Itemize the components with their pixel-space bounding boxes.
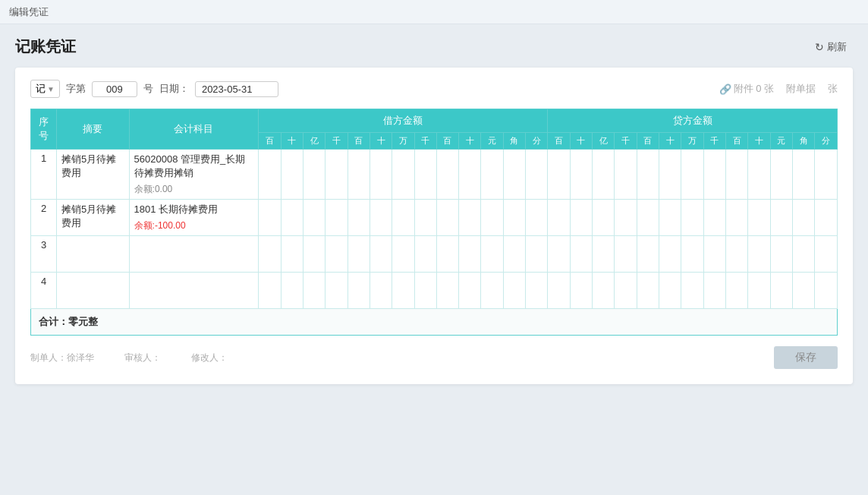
credit-cell-r3-c10[interactable] — [770, 236, 792, 273]
credit-cell-r2-c11[interactable] — [793, 200, 815, 236]
debit-cell-r1-c2[interactable] — [303, 150, 325, 200]
debit-cell-r2-c7[interactable] — [414, 200, 436, 236]
credit-cell-r4-c6[interactable] — [681, 273, 703, 309]
debit-cell-r1-c0[interactable] — [259, 150, 281, 200]
debit-cell-r1-c3[interactable] — [326, 150, 348, 200]
credit-cell-r1-c3[interactable] — [615, 150, 637, 200]
debit-cell-r3-c2[interactable] — [303, 236, 325, 273]
debit-cell-r4-c10[interactable] — [481, 273, 503, 309]
debit-cell-r3-c7[interactable] — [414, 236, 436, 273]
refresh-button[interactable]: ↻ 刷新 — [809, 37, 853, 57]
debit-cell-r1-c9[interactable] — [459, 150, 481, 200]
credit-cell-r4-c5[interactable] — [659, 273, 681, 309]
debit-cell-r1-c1[interactable] — [281, 150, 303, 200]
debit-cell-r2-c10[interactable] — [481, 200, 503, 236]
debit-cell-r1-c7[interactable] — [414, 150, 436, 200]
credit-cell-r4-c8[interactable] — [726, 273, 748, 309]
debit-cell-r1-c4[interactable] — [348, 150, 370, 200]
debit-cell-r3-c10[interactable] — [481, 236, 503, 273]
credit-cell-r3-c3[interactable] — [615, 236, 637, 273]
credit-cell-r3-c6[interactable] — [681, 236, 703, 273]
attach-single-label[interactable]: 附单据 — [786, 82, 816, 96]
credit-cell-r4-c3[interactable] — [615, 273, 637, 309]
credit-cell-r3-c12[interactable] — [815, 236, 838, 273]
credit-cell-r2-c8[interactable] — [726, 200, 748, 236]
debit-cell-r2-c6[interactable] — [392, 200, 414, 236]
credit-cell-r2-c5[interactable] — [659, 200, 681, 236]
debit-cell-r2-c9[interactable] — [459, 200, 481, 236]
debit-cell-r3-c0[interactable] — [259, 236, 281, 273]
debit-cell-r1-c12[interactable] — [526, 150, 548, 200]
debit-cell-r4-c3[interactable] — [326, 273, 348, 309]
credit-cell-r2-c3[interactable] — [615, 200, 637, 236]
credit-cell-r2-c10[interactable] — [770, 200, 792, 236]
credit-cell-r1-c12[interactable] — [815, 150, 838, 200]
debit-cell-r2-c12[interactable] — [526, 200, 548, 236]
debit-cell-r4-c8[interactable] — [436, 273, 458, 309]
row-account-1[interactable]: 56020008 管理费用_长期待摊费用摊销余额:0.00 — [129, 150, 259, 200]
credit-cell-r4-c2[interactable] — [593, 273, 615, 309]
save-button[interactable]: 保存 — [774, 346, 838, 369]
debit-cell-r4-c4[interactable] — [348, 273, 370, 309]
debit-cell-r4-c0[interactable] — [259, 273, 281, 309]
credit-cell-r1-c7[interactable] — [703, 150, 725, 200]
credit-cell-r4-c0[interactable] — [548, 273, 570, 309]
debit-cell-r3-c9[interactable] — [459, 236, 481, 273]
voucher-type-selector[interactable]: 记 ▼ — [30, 80, 60, 98]
debit-cell-r3-c5[interactable] — [370, 236, 392, 273]
credit-cell-r3-c8[interactable] — [726, 236, 748, 273]
attachment-link[interactable]: 🔗 附件 0 张 — [719, 82, 774, 96]
debit-cell-r3-c6[interactable] — [392, 236, 414, 273]
credit-cell-r3-c4[interactable] — [637, 236, 659, 273]
debit-cell-r2-c8[interactable] — [436, 200, 458, 236]
debit-cell-r1-c10[interactable] — [481, 150, 503, 200]
credit-cell-r1-c6[interactable] — [681, 150, 703, 200]
debit-cell-r2-c4[interactable] — [348, 200, 370, 236]
credit-cell-r1-c1[interactable] — [570, 150, 592, 200]
debit-cell-r2-c1[interactable] — [281, 200, 303, 236]
credit-cell-r2-c9[interactable] — [748, 200, 770, 236]
credit-cell-r3-c7[interactable] — [703, 236, 725, 273]
credit-cell-r4-c7[interactable] — [703, 273, 725, 309]
debit-cell-r4-c6[interactable] — [392, 273, 414, 309]
debit-cell-r3-c3[interactable] — [326, 236, 348, 273]
debit-cell-r1-c5[interactable] — [370, 150, 392, 200]
debit-cell-r3-c4[interactable] — [348, 236, 370, 273]
debit-cell-r4-c5[interactable] — [370, 273, 392, 309]
debit-cell-r3-c8[interactable] — [436, 236, 458, 273]
debit-cell-r2-c11[interactable] — [503, 200, 525, 236]
debit-cell-r4-c2[interactable] — [303, 273, 325, 309]
credit-cell-r1-c4[interactable] — [637, 150, 659, 200]
debit-cell-r4-c1[interactable] — [281, 273, 303, 309]
credit-cell-r2-c1[interactable] — [570, 200, 592, 236]
debit-cell-r4-c7[interactable] — [414, 273, 436, 309]
credit-cell-r1-c5[interactable] — [659, 150, 681, 200]
credit-cell-r3-c1[interactable] — [570, 236, 592, 273]
credit-cell-r1-c2[interactable] — [593, 150, 615, 200]
credit-cell-r3-c0[interactable] — [548, 236, 570, 273]
credit-cell-r3-c2[interactable] — [593, 236, 615, 273]
credit-cell-r1-c10[interactable] — [770, 150, 792, 200]
debit-cell-r4-c9[interactable] — [459, 273, 481, 309]
credit-cell-r1-c11[interactable] — [793, 150, 815, 200]
debit-cell-r3-c11[interactable] — [503, 236, 525, 273]
credit-cell-r1-c0[interactable] — [548, 150, 570, 200]
credit-cell-r4-c11[interactable] — [793, 273, 815, 309]
credit-cell-r4-c10[interactable] — [770, 273, 792, 309]
debit-cell-r4-c12[interactable] — [526, 273, 548, 309]
credit-cell-r2-c0[interactable] — [548, 200, 570, 236]
credit-cell-r1-c9[interactable] — [748, 150, 770, 200]
debit-cell-r1-c11[interactable] — [503, 150, 525, 200]
debit-cell-r2-c5[interactable] — [370, 200, 392, 236]
voucher-number-input[interactable] — [92, 81, 137, 97]
debit-cell-r4-c11[interactable] — [503, 273, 525, 309]
date-input[interactable] — [195, 81, 278, 97]
credit-cell-r2-c4[interactable] — [637, 200, 659, 236]
debit-cell-r2-c2[interactable] — [303, 200, 325, 236]
credit-cell-r4-c9[interactable] — [748, 273, 770, 309]
debit-cell-r3-c12[interactable] — [526, 236, 548, 273]
row-summary-4[interactable] — [57, 273, 130, 309]
debit-cell-r2-c3[interactable] — [326, 200, 348, 236]
credit-cell-r2-c12[interactable] — [815, 200, 838, 236]
row-summary-1[interactable]: 摊销5月待摊费用 — [57, 150, 130, 200]
